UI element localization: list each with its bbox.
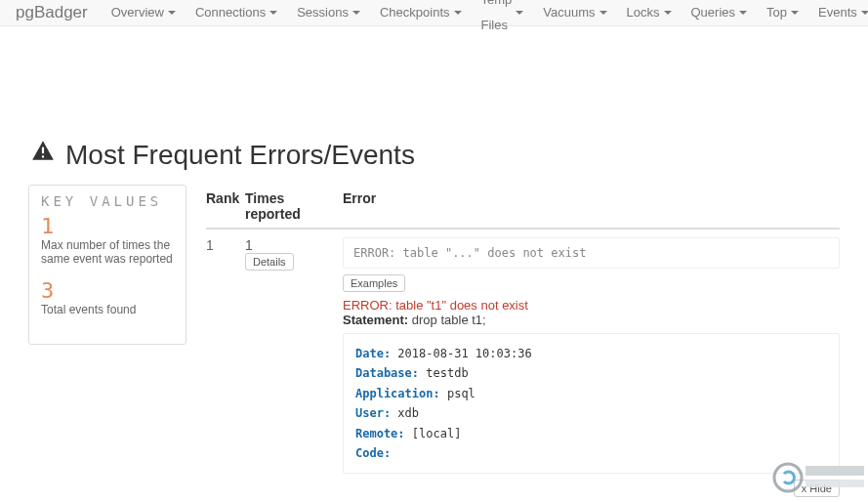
key-values-card: KEY VALUES 1 Max number of times the sam… (28, 185, 186, 345)
statement-sql: drop table t1; (408, 313, 486, 327)
stat-desc: Max number of times the same event was r… (41, 238, 174, 266)
nav-queries[interactable]: Queries (682, 0, 758, 38)
nav-label: Events (818, 0, 857, 25)
example-fields: Date: 2018-08-31 10:03:36 Database: test… (343, 333, 840, 474)
error-text: ERROR: table "t1" does not exist (343, 298, 528, 313)
svg-point-7 (774, 464, 802, 491)
nav-label: Temp Files (481, 0, 513, 38)
nav-tempfiles[interactable]: Temp Files (472, 0, 534, 38)
nav-connections[interactable]: Connections (186, 0, 287, 38)
col-error: Error (343, 190, 840, 222)
rank-value: 1 (206, 237, 245, 253)
chevron-down-icon (168, 11, 176, 15)
field-remote: [local] (412, 427, 462, 440)
nav-label: Overview (111, 0, 164, 25)
nav-top[interactable]: Top (757, 0, 808, 38)
svg-rect-9 (806, 480, 864, 487)
examples-button[interactable]: Examples (343, 274, 405, 292)
stat-block: 1 Max number of times the same event was… (41, 215, 174, 266)
nav-vacuums[interactable]: Vacuums (533, 0, 616, 38)
chevron-down-icon (599, 11, 607, 15)
times-cell: 1 Details (245, 237, 343, 271)
example-headline: ERROR: table "t1" does not exist Stateme… (343, 298, 840, 327)
stat-desc: Total events found (41, 303, 174, 316)
section-title: Most Frequent Errors/Events (30, 139, 840, 171)
nav-label: Sessions (297, 0, 349, 25)
svg-rect-6 (42, 155, 44, 157)
chevron-down-icon (516, 11, 523, 15)
stat-number: 3 (41, 279, 174, 303)
nav-sessions[interactable]: Sessions (287, 0, 370, 38)
chevron-down-icon (352, 11, 360, 15)
stat-number: 1 (41, 215, 174, 238)
details-button[interactable]: Details (245, 253, 294, 271)
watermark-logo (770, 456, 868, 502)
errors-panel: Most Frequent Errors/Events KEY VALUES 1… (8, 120, 860, 502)
chevron-down-icon (791, 11, 799, 15)
field-database: testdb (426, 366, 468, 380)
col-rank: Rank (206, 190, 245, 222)
table-row: 1 1 Details ERROR: table "..." does not … (206, 230, 840, 502)
brand: pgBadger (16, 0, 88, 25)
nav-label: Queries (691, 0, 736, 25)
chevron-down-icon (664, 11, 672, 15)
stat-block: 3 Total events found (41, 279, 174, 316)
col-times: Times reported (245, 190, 343, 222)
svg-rect-5 (42, 147, 44, 154)
chevron-down-icon (269, 11, 277, 15)
chevron-down-icon (454, 11, 462, 15)
times-value: 1 (245, 237, 343, 253)
navbar: pgBadger Overview Connections Sessions C… (0, 0, 868, 26)
nav-overview[interactable]: Overview (102, 0, 186, 38)
nav-events[interactable]: Events (808, 0, 868, 38)
prev-panel-tail (8, 34, 860, 85)
errors-table: Rank Times reported Error 1 1 Details ER… (206, 185, 840, 502)
field-user: xdb (397, 406, 419, 420)
section-title-text: Most Frequent Errors/Events (65, 140, 415, 171)
nav-label: Locks (627, 0, 660, 25)
nav-checkpoints[interactable]: Checkpoints (370, 0, 472, 38)
table-header: Rank Times reported Error (206, 185, 840, 230)
chevron-down-icon (861, 11, 868, 15)
error-code: ERROR: table "..." does not exist (343, 237, 840, 269)
field-date: 2018-08-31 10:03:36 (397, 347, 531, 360)
main-nav: Overview Connections Sessions Checkpoint… (102, 0, 868, 38)
nav-label: Vacuums (543, 0, 595, 25)
chevron-down-icon (739, 11, 747, 15)
svg-rect-8 (806, 466, 864, 476)
nav-label: Top (766, 0, 787, 25)
nav-label: Connections (195, 0, 266, 25)
statement-label: Statement: (343, 313, 408, 327)
warning-triangle-icon (30, 139, 56, 171)
key-values-title: KEY VALUES (41, 193, 174, 209)
nav-label: Checkpoints (380, 0, 450, 25)
field-application: psql (447, 387, 475, 400)
nav-locks[interactable]: Locks (617, 0, 682, 38)
